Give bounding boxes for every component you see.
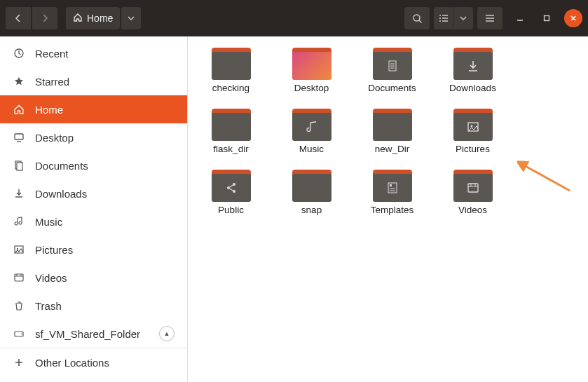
sidebar-item-label: Videos — [35, 272, 67, 284]
titlebar: Home — [0, 0, 588, 36]
maximize-button[interactable] — [538, 9, 556, 27]
sidebar-item-shared[interactable]: sf_VM_Shared_Folder▲ — [0, 320, 187, 348]
folder-label: Documents — [368, 83, 416, 93]
folder-icon — [212, 48, 251, 80]
sidebar-item-downloads[interactable]: Downloads — [0, 179, 187, 207]
folder-checking[interactable]: checking — [205, 48, 257, 93]
svg-point-10 — [21, 334, 22, 335]
sidebar-item-label: Home — [35, 104, 63, 116]
sidebar-item-other[interactable]: Other Locations — [0, 348, 187, 376]
folder-label: Public — [218, 205, 244, 215]
home-icon — [73, 13, 83, 25]
folder-label: new_Dir — [375, 144, 410, 154]
folder-label: Music — [299, 144, 324, 154]
folder-flask_dir[interactable]: flask_dir — [205, 109, 257, 154]
sidebar: RecentStarredHomeDesktopDocumentsDownloa… — [0, 36, 188, 382]
sidebar-item-videos[interactable]: Videos — [0, 264, 187, 292]
folder-icon — [373, 48, 412, 80]
eject-button[interactable]: ▲ — [159, 326, 175, 341]
music-icon — [13, 216, 25, 227]
plus-icon — [13, 357, 25, 368]
folder-label: Videos — [458, 205, 487, 215]
folder-label: Pictures — [456, 144, 490, 154]
close-button[interactable] — [564, 9, 582, 27]
sidebar-item-label: Pictures — [35, 244, 73, 256]
folder-templates[interactable]: Templates — [366, 170, 418, 215]
folder-icon — [373, 109, 412, 141]
svg-point-7 — [17, 248, 18, 250]
sidebar-item-label: Desktop — [35, 132, 74, 144]
content-area[interactable]: checkingDesktopDocumentsDownloadsflask_d… — [188, 36, 588, 382]
sidebar-item-label: Music — [35, 216, 62, 228]
documents-icon — [13, 160, 25, 171]
annotation-arrow — [517, 159, 573, 194]
svg-point-0 — [413, 15, 420, 21]
sidebar-item-home[interactable]: Home — [0, 95, 187, 123]
folder-new_dir[interactable]: new_Dir — [366, 109, 418, 154]
sidebar-item-label: sf_VM_Shared_Folder — [35, 328, 140, 340]
folder-label: checking — [212, 83, 249, 93]
sidebar-item-recent[interactable]: Recent — [0, 39, 187, 67]
desktop-icon — [13, 132, 25, 143]
drive-icon — [13, 328, 25, 339]
path-segment-home[interactable]: Home — [66, 7, 120, 29]
back-button[interactable] — [6, 7, 31, 29]
view-group — [434, 7, 473, 29]
svg-point-13 — [470, 125, 472, 128]
svg-rect-19 — [468, 184, 478, 192]
sidebar-item-starred[interactable]: Starred — [0, 67, 187, 95]
sidebar-item-label: Downloads — [35, 188, 87, 200]
folder-icon — [292, 109, 331, 141]
path-bar[interactable]: Home — [66, 7, 141, 29]
svg-rect-1 — [545, 16, 549, 21]
sidebar-item-label: Trash — [35, 300, 62, 312]
list-view-button[interactable] — [434, 7, 453, 29]
star-icon — [13, 76, 25, 87]
folder-icon — [212, 170, 251, 202]
sidebar-item-label: Other Locations — [35, 357, 109, 369]
path-label: Home — [87, 13, 113, 24]
folder-documents[interactable]: Documents — [366, 48, 418, 93]
clock-icon — [13, 48, 25, 59]
sidebar-item-label: Documents — [35, 160, 88, 172]
folder-label: Templates — [371, 205, 414, 215]
folder-downloads[interactable]: Downloads — [446, 48, 499, 93]
folder-label: Downloads — [449, 83, 496, 93]
folder-label: Desktop — [294, 83, 329, 93]
picture-icon — [13, 244, 25, 255]
view-dropdown-button[interactable] — [453, 7, 473, 29]
folder-desktop[interactable]: Desktop — [285, 48, 338, 93]
home-icon — [13, 104, 25, 115]
forward-button[interactable] — [32, 7, 57, 29]
sidebar-item-trash[interactable]: Trash — [0, 292, 187, 320]
search-button[interactable] — [404, 7, 430, 29]
folder-videos[interactable]: Videos — [446, 170, 499, 215]
sidebar-item-label: Starred — [35, 76, 69, 88]
folder-public[interactable]: Public — [205, 170, 257, 215]
folder-label: snap — [301, 205, 322, 215]
sidebar-item-music[interactable]: Music — [0, 207, 187, 236]
folder-icon — [373, 170, 412, 202]
minimize-button[interactable] — [511, 9, 529, 27]
svg-rect-3 — [15, 134, 23, 139]
svg-rect-5 — [17, 163, 22, 170]
sidebar-item-desktop[interactable]: Desktop — [0, 123, 187, 151]
folder-label: flask_dir — [213, 144, 248, 154]
folder-snap[interactable]: snap — [285, 170, 338, 215]
download-icon — [13, 188, 25, 199]
sidebar-item-label: Recent — [35, 48, 69, 60]
video-icon — [13, 272, 25, 283]
folder-music[interactable]: Music — [285, 109, 338, 154]
folder-pictures[interactable]: Pictures — [446, 109, 499, 154]
folder-icon — [453, 170, 493, 202]
folder-icon — [453, 109, 493, 141]
folder-icon — [453, 48, 493, 80]
folder-icon — [292, 170, 331, 202]
path-dropdown-button[interactable] — [121, 7, 141, 29]
trash-icon — [13, 300, 25, 311]
main: RecentStarredHomeDesktopDocumentsDownloa… — [0, 36, 588, 382]
folder-icon — [292, 48, 331, 80]
sidebar-item-pictures[interactable]: Pictures — [0, 236, 187, 264]
sidebar-item-documents[interactable]: Documents — [0, 151, 187, 179]
hamburger-menu-button[interactable] — [477, 7, 502, 29]
